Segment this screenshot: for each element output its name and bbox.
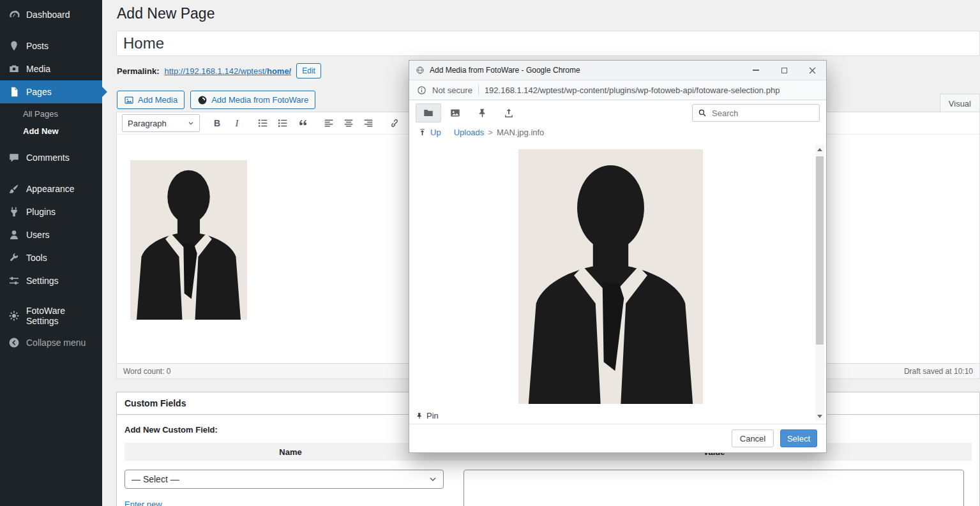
popup-toolbar [409,100,826,125]
sidebar-item-pages[interactable]: Pages [0,80,102,103]
sidebar-item-label: Settings [26,276,59,286]
search-box[interactable] [692,104,820,122]
breadcrumb-folder-link[interactable]: Uploads [454,128,485,137]
man-silhouette-preview-image[interactable] [518,149,703,404]
word-count: Word count: 0 [123,367,170,376]
permalink-url-base: http://192.168.1.142/wptest/ [164,66,266,76]
submenu-item-add-new[interactable]: Add New [0,123,102,140]
select-button[interactable]: Select [780,429,817,447]
sidebar-separator [0,169,102,177]
minimize-icon[interactable] [742,61,770,80]
italic-button[interactable]: I [228,115,246,131]
permalink-link[interactable]: http://192.168.1.142/wptest/home/ [164,66,291,76]
add-media-fotoware-label: Add Media from FotoWare [211,95,308,105]
sidebar-item-settings[interactable]: Settings [0,269,102,292]
sidebar-separator [0,26,102,34]
search-input[interactable] [711,108,814,119]
breadcrumb-separator: > [488,128,493,137]
paragraph-select-value: Paragraph [128,119,167,128]
sidebar-item-fotoware-settings[interactable]: FotoWare Settings [0,301,102,331]
pages-submenu: All Pages Add New [0,103,102,146]
blockquote-icon [297,117,308,129]
sidebar-item-label: Pages [26,87,52,97]
bullet-list-button[interactable] [254,115,272,131]
inserted-man-silhouette-image[interactable] [130,160,247,320]
pages-icon [8,86,20,98]
enter-new-link[interactable]: Enter new [124,500,162,506]
numbered-list-button[interactable] [274,115,292,131]
sidebar-item-users[interactable]: Users [0,223,102,246]
pin-view-tab[interactable] [469,103,495,123]
paragraph-select[interactable]: Paragraph [122,114,200,132]
submenu-item-all-pages[interactable]: All Pages [0,105,102,123]
scroll-up-icon[interactable] [815,145,824,154]
scrollbar[interactable] [815,145,824,420]
popup-title-bar[interactable]: Add Media from FotoWare - Google Chrome [409,61,826,80]
add-media-fotoware-button[interactable]: Add Media from FotoWare [190,91,315,109]
sidebar-item-label: Posts [26,41,49,51]
folder-view-tab[interactable] [416,103,441,123]
link-button[interactable] [386,115,403,131]
custom-field-select-value: — Select — [132,474,179,484]
address-bar-divider [478,85,479,95]
sidebar-item-label: Media [26,64,50,74]
edit-permalink-button[interactable]: Edit [296,63,321,78]
align-right-button[interactable] [359,115,377,131]
sidebar-item-label: Collapse menu [26,338,86,348]
align-center-button[interactable] [340,115,358,131]
fotoware-logo-icon [197,95,207,105]
sidebar-item-label: Appearance [26,184,75,194]
globe-icon [416,66,425,75]
custom-field-name-select[interactable]: — Select — [124,470,444,489]
page-title: Add New Page [117,5,215,22]
popup-address-bar[interactable]: Not secure 192.168.1.142/wptest/wp-conte… [409,80,826,100]
scrollbar-thumb[interactable] [816,156,824,345]
upload-icon [503,107,515,119]
popup-window-title: Add Media from FotoWare - Google Chrome [430,66,580,75]
cancel-button[interactable]: Cancel [732,429,774,447]
pin-icon [8,40,20,52]
popup-breadcrumb: Up Uploads > MAN.jpg.info [409,125,826,142]
brush-icon [8,182,20,195]
sidebar-item-posts[interactable]: Posts [0,34,102,57]
maximize-icon[interactable] [770,61,798,80]
sidebar-item-label: Users [26,230,50,240]
not-secure-label[interactable]: Not secure [432,86,472,95]
sidebar-item-plugins[interactable]: Plugins [0,200,102,223]
bold-button[interactable]: B [208,115,226,131]
sidebar-item-media[interactable]: Media [0,57,102,80]
up-link[interactable]: Up [430,128,441,137]
sidebar-item-appearance[interactable]: Appearance [0,177,102,200]
custom-field-value-textarea[interactable] [464,470,964,506]
close-icon[interactable] [798,61,826,80]
sidebar-separator [0,292,102,301]
pin-toggle[interactable]: Pin [416,411,439,420]
add-media-label: Add Media [138,95,177,105]
upload-tab[interactable] [496,103,522,123]
name-cell: — Select — Enter new [124,470,456,506]
tab-visual[interactable]: Visual [940,94,980,113]
popup-footer: Cancel Select [409,424,826,452]
sidebar-item-dashboard[interactable]: Dashboard [0,3,102,26]
scroll-down-icon[interactable] [815,412,824,420]
collapse-icon [8,336,20,349]
add-media-button[interactable]: Add Media [117,91,185,109]
sidebar-item-collapse-menu[interactable]: Collapse menu [0,331,102,354]
sidebar-item-label: Comments [26,153,70,163]
image-view-tab[interactable] [442,103,468,123]
blockquote-button[interactable] [294,115,312,131]
folder-icon [423,107,434,119]
wrench-icon [8,251,20,264]
sidebar-item-tools[interactable]: Tools [0,246,102,269]
align-left-button[interactable] [320,115,338,131]
draft-saved-status: Draft saved at 10:10 [904,367,973,376]
align-right-icon [363,117,374,129]
post-title-input[interactable] [116,31,980,56]
popup-url[interactable]: 192.168.1.142/wptest/wp-content/plugins/… [485,86,780,95]
sidebar-item-comments[interactable]: Comments [0,146,102,169]
bullet-list-icon [257,117,269,129]
numbered-list-icon [277,117,289,129]
value-cell [456,470,972,506]
pushpin-icon [477,108,488,119]
align-left-icon [323,117,335,129]
